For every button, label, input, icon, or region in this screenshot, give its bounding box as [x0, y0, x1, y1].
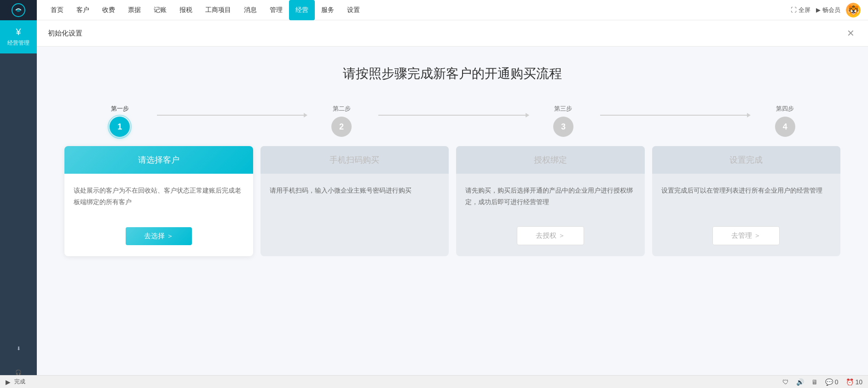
step-item-1: 第一步 1 [83, 105, 157, 137]
top-nav-right: ⛶ 全屏 ▶ 畅会员 🐯 [791, 3, 861, 18]
step-card-1: 请选择客户 该处展示的客户为不在回收站、客户状态正常建账后完成老板端绑定的所有客… [64, 146, 253, 256]
step-circle-2: 2 [331, 117, 352, 137]
shield-status-icon: 🛡 [782, 378, 789, 386]
time-icon: ⏰ 10 [846, 378, 862, 386]
download-icon: ⬇ [17, 346, 21, 352]
sidebar-item-label: 经营管理 [7, 39, 29, 47]
status-bar: ▶ 完成 🛡 🔊 🖥 💬 0 ⏰ 10 [0, 375, 868, 388]
step-label-2: 第二步 [333, 105, 351, 113]
card-footer-4: 去管理 ＞ [652, 219, 841, 256]
card-body-3: 请先购买，购买后选择开通的产品中的企业用户进行授权绑定，成功后即可进行经营管理 [456, 174, 645, 219]
status-text: 完成 [14, 378, 25, 386]
nav-service[interactable]: 服务 [315, 0, 341, 20]
nav-tax[interactable]: 报税 [173, 0, 199, 20]
monitor-icon: 🖥 [811, 378, 818, 386]
card-footer-3: 去授权 ＞ [456, 219, 645, 256]
cards-row: 请选择客户 该处展示的客户为不在回收站、客户状态正常建账后完成老板端绑定的所有客… [64, 146, 840, 256]
volume-icon: 🔊 [796, 378, 804, 386]
step-circle-4: 4 [775, 117, 795, 137]
card-footer-1: 去选择 ＞ [64, 220, 253, 256]
step-circle-1: 1 [110, 117, 130, 137]
vip-btn[interactable]: ▶ 畅会员 [816, 6, 840, 14]
page-title: 初始化设置 [48, 29, 82, 38]
nav-settings[interactable]: 设置 [341, 0, 366, 20]
card-body-4: 设置完成后可以在管理列表进行所有企业用户的经营管理 [652, 174, 841, 219]
card-body-2: 请用手机扫码，输入小微企业主账号密码进行购买 [260, 174, 449, 238]
card-header-2: 手机扫码购买 [260, 146, 449, 174]
steps-row: 第一步 1 第二步 2 第三步 3 [64, 105, 840, 137]
main-content: 初始化设置 ✕ 请按照步骤完成新客户的开通购买流程 第一步 1 第二步 2 [37, 20, 868, 375]
wizard-title: 请按照步骤完成新客户的开通购买流程 [64, 65, 840, 82]
go-authorize-button[interactable]: 去授权 ＞ [517, 226, 584, 245]
nav-customer[interactable]: 客户 [70, 0, 96, 20]
status-bar-right: 🛡 🔊 🖥 💬 0 ⏰ 10 [782, 378, 862, 386]
card-body-1: 该处展示的客户为不在回收站、客户状态正常建账后完成老板端绑定的所有客户 [64, 174, 253, 220]
play-icon: ▶ [816, 6, 821, 13]
step-label-4: 第四步 [776, 105, 794, 113]
step-connector-1 [157, 115, 305, 116]
nav-operation[interactable]: 经营 [289, 0, 315, 20]
step-item-4: 第四步 4 [748, 105, 822, 137]
step-card-3: 授权绑定 请先购买，购买后选择开通的产品中的企业用户进行授权绑定，成功后即可进行… [456, 146, 645, 256]
nav-message[interactable]: 消息 [237, 0, 263, 20]
card-footer-2 [260, 238, 449, 256]
go-manage-button[interactable]: 去管理 ＞ [712, 226, 780, 245]
step-item-3: 第三步 3 [527, 105, 601, 137]
nav-accounting[interactable]: 记账 [147, 0, 173, 20]
message-count: 💬 0 [825, 378, 839, 386]
step-card-2: 手机扫码购买 请用手机扫码，输入小微企业主账号密码进行购买 [260, 146, 449, 256]
card-header-1: 请选择客户 [64, 146, 253, 174]
sidebar: ¥ 经营管理 ⬇ 🎧 [0, 0, 37, 388]
sidebar-logo [0, 0, 37, 20]
top-nav: 首页 客户 收费 票据 记账 报税 工商项目 消息 管理 经营 服务 设置 ⛶ … [37, 0, 868, 20]
nav-fee[interactable]: 收费 [96, 0, 122, 20]
fullscreen-label: 全屏 [799, 6, 810, 14]
step-label-3: 第三步 [554, 105, 572, 113]
yuan-icon: ¥ [16, 27, 21, 37]
sidebar-download[interactable]: ⬇ [5, 337, 32, 359]
fullscreen-btn[interactable]: ⛶ 全屏 [791, 6, 810, 14]
wizard-area: 请按照步骤完成新客户的开通购买流程 第一步 1 第二步 2 [37, 47, 868, 275]
step-circle-3: 3 [553, 117, 573, 137]
step-label-1: 第一步 [111, 105, 129, 113]
card-header-3: 授权绑定 [456, 146, 645, 174]
step-item-2: 第二步 2 [305, 105, 379, 137]
step-connector-3 [600, 115, 748, 116]
headset-icon: 🎧 [15, 370, 22, 376]
status-play-icon: ▶ [6, 378, 11, 386]
step-card-4: 设置完成 设置完成后可以在管理列表进行所有企业用户的经营管理 去管理 ＞ [652, 146, 841, 256]
fullscreen-icon: ⛶ [791, 6, 797, 13]
close-button[interactable]: ✕ [844, 27, 857, 40]
sidebar-item-jingying[interactable]: ¥ 经营管理 [0, 20, 37, 53]
nav-manage[interactable]: 管理 [263, 0, 289, 20]
step-connector-2 [378, 115, 526, 116]
card-header-4: 设置完成 [652, 146, 841, 174]
nav-business[interactable]: 工商项目 [199, 0, 237, 20]
vip-label: 畅会员 [822, 6, 840, 14]
nav-invoice[interactable]: 票据 [122, 0, 147, 20]
nav-home[interactable]: 首页 [44, 0, 70, 20]
avatar[interactable]: 🐯 [846, 3, 861, 18]
page-header: 初始化设置 ✕ [37, 20, 868, 47]
go-select-button[interactable]: 去选择 ＞ [126, 227, 192, 245]
